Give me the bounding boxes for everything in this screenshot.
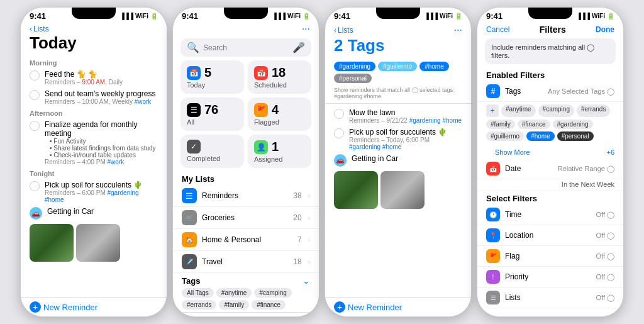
assigned-stat-icon: 👤: [254, 140, 268, 154]
list-item-home[interactable]: 🏠 Home & Personal 7 ›: [173, 229, 319, 251]
active-tag-personal[interactable]: #personal: [334, 74, 372, 83]
tag-anytime[interactable]: #anytime: [501, 104, 536, 117]
today-label: Today: [187, 81, 238, 89]
tag-errands[interactable]: #errands: [577, 104, 610, 117]
reminder-text: Feed the 🐈 🐈 Reminders – 9:00 AM, Daily: [45, 70, 158, 86]
arrow-icon: ›: [308, 259, 310, 265]
tags-chevron[interactable]: ⌄: [303, 276, 310, 286]
time-4: 9:41: [486, 11, 502, 21]
tag-camping[interactable]: #camping: [538, 104, 574, 117]
check-circle[interactable]: [334, 109, 344, 119]
cancel-button[interactable]: Cancel: [486, 25, 509, 34]
nav-label-1[interactable]: Lists: [33, 25, 49, 33]
section-morning: Morning: [21, 57, 167, 68]
reminder-title: Mow the lawn: [349, 108, 462, 117]
avatar-car: 🚗: [30, 207, 42, 220]
notch-4: [528, 8, 572, 19]
tag-home-selected[interactable]: #home: [526, 131, 555, 141]
active-tag-guillermo[interactable]: #guillermo: [378, 62, 417, 71]
list-item: 🚗 Getting in Car: [325, 152, 471, 169]
tag-pill[interactable]: All Tags: [182, 288, 214, 298]
time-3: 9:41: [334, 11, 350, 21]
stat-card-all[interactable]: ☰ 76 All: [180, 98, 244, 131]
tag-guillermo[interactable]: #guillermo: [486, 131, 524, 141]
reminder-title: Feed the 🐈 🐈: [45, 70, 158, 79]
show-more-button[interactable]: Show More: [486, 147, 539, 157]
new-reminder-button-1[interactable]: + New Reminder: [30, 301, 97, 313]
stat-card-assigned[interactable]: 👤 1 Assigned: [248, 135, 311, 168]
list-item: Mow the lawn Reminders – 9/21/22 #garden…: [325, 106, 471, 126]
date-filter-row[interactable]: 📅 Date Relative Range ◯: [477, 159, 623, 179]
wifi-icon-1: WiFi: [135, 13, 148, 20]
phone1-nav[interactable]: ‹ Lists: [30, 25, 158, 33]
battery-icon-2: 🔋: [303, 13, 310, 20]
check-circle[interactable]: [30, 181, 40, 191]
search-bar[interactable]: 🔍 🎤: [180, 38, 311, 57]
select-filters-title: Select Filters: [477, 191, 623, 204]
flag-filter-icon: 🚩: [486, 249, 500, 263]
active-tag-home[interactable]: #home: [419, 62, 449, 71]
notch-1: [72, 8, 116, 19]
tag: #home: [442, 117, 462, 124]
tag-pill[interactable]: #family: [219, 300, 249, 310]
priority-filter-left: ! Priority: [486, 270, 528, 284]
search-input[interactable]: [203, 43, 289, 52]
reminder-sub: Reminders – 10:00 AM, Weekly #work: [45, 98, 158, 105]
photo-row: [21, 221, 167, 264]
list-item-groceries[interactable]: 🛒 Groceries 20 ›: [173, 207, 319, 229]
add-tag-button[interactable]: +: [486, 104, 499, 117]
signal-icon-2: ▐▐▐: [272, 13, 286, 20]
stat-card-today[interactable]: 📅 5 Today: [180, 60, 244, 94]
home-name: Home & Personal: [202, 235, 292, 244]
tag-gardening[interactable]: #gardening: [553, 120, 593, 129]
list-item: Finalize agenda for monthly meeting • Fu…: [21, 118, 167, 167]
new-reminder-button-3[interactable]: + New Reminder: [334, 301, 402, 313]
photo-row-3: [325, 169, 471, 211]
tag-pill[interactable]: #errands: [182, 300, 216, 310]
flag-filter-row[interactable]: 🚩 Flag Off ◯: [477, 246, 623, 267]
photo-plant-3: [334, 171, 378, 209]
reminder-title: Pick up soil for succulents 🌵: [45, 181, 158, 189]
tags-filter-left: # Tags: [486, 84, 521, 98]
reminder-text: Getting in Car: [352, 154, 462, 163]
check-circle[interactable]: [30, 70, 40, 81]
back-nav-3[interactable]: ‹ Lists: [334, 26, 353, 35]
signal-icon-3: ▐▐▐: [425, 13, 438, 20]
tag-finance[interactable]: #finance: [518, 120, 550, 129]
time-red: 9:00 AM: [82, 79, 105, 86]
tag-pill[interactable]: #camping: [254, 288, 291, 298]
phone-2tags: 9:41 ▐▐▐ WiFi 🔋 ‹ Lists ··· 2 Tags #gar: [325, 7, 472, 317]
stat-card-flagged[interactable]: 🚩 4 Flagged: [248, 98, 311, 131]
list-item-reminders[interactable]: ☰ Reminders 38 ›: [173, 185, 319, 207]
list-item: 🚗 Getting in Car: [21, 205, 167, 221]
check-circle[interactable]: [30, 121, 40, 131]
done-button[interactable]: Done: [596, 25, 614, 34]
priority-filter-icon: !: [486, 270, 500, 284]
tag-pill[interactable]: #finance: [252, 300, 286, 310]
lists-filter-row[interactable]: ☰ Lists Off ◯: [477, 288, 623, 308]
time-1: 9:41: [30, 11, 46, 21]
location-filter-row[interactable]: 📍 Location Off ◯: [477, 225, 623, 246]
reminder-text: Getting in Car: [47, 207, 158, 216]
bullet-item: • Check-in/round table updates: [50, 152, 158, 159]
date-filter-label: Date: [505, 164, 521, 173]
stat-card-scheduled[interactable]: 📅 18 Scheduled: [248, 60, 311, 94]
time-filter-left: 🕐 Time: [486, 208, 521, 221]
date-filter-icon: 📅: [486, 162, 500, 176]
check-circle[interactable]: [30, 90, 40, 100]
tag-personal-selected[interactable]: #personal: [557, 131, 594, 141]
tag-cloud: All Tags #anytime #camping #errands #fam…: [182, 288, 310, 310]
tag-family[interactable]: #family: [486, 120, 515, 129]
stat-card-completed[interactable]: ✓ Completed: [180, 135, 244, 168]
check-circle[interactable]: [334, 128, 344, 138]
list-item-travel[interactable]: ✈️ Travel 18 ›: [173, 251, 319, 273]
ellipsis-icon-3[interactable]: ···: [454, 25, 462, 36]
active-tag-gardening[interactable]: #gardening: [334, 62, 375, 71]
completed-stat-icon: ✓: [187, 140, 201, 154]
tag-pill[interactable]: #anytime: [216, 288, 252, 298]
time-filter-row[interactable]: 🕐 Time Off ◯: [477, 204, 623, 225]
ellipsis-icon[interactable]: ···: [302, 23, 310, 35]
photo-rock: [76, 224, 120, 262]
tags-filter-row[interactable]: # Tags Any Selected Tags ◯: [477, 81, 623, 102]
priority-filter-row[interactable]: ! Priority Off ◯: [477, 267, 623, 288]
